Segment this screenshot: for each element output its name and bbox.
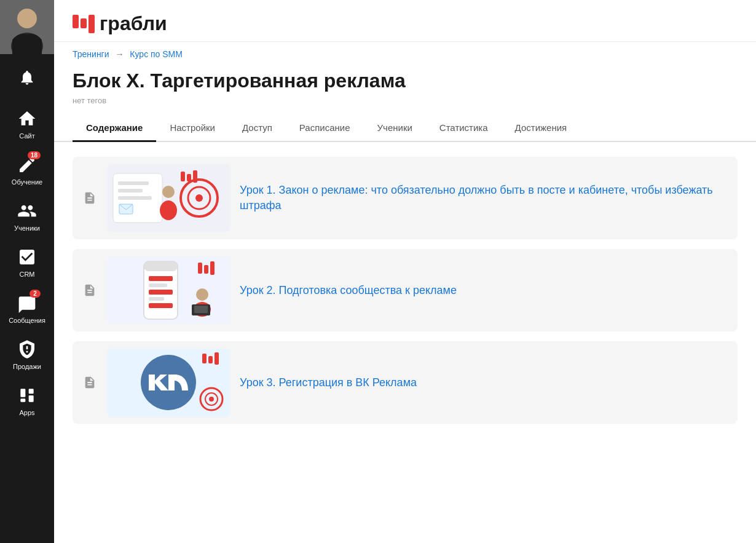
svg-rect-35 [194, 306, 208, 313]
lessons-list: Урок 1. Закон о рекламе: что обязательно… [54, 142, 756, 438]
students-icon [16, 200, 38, 222]
sidebar-item-students[interactable]: Ученики [0, 192, 54, 239]
lesson-thumbnail-2 [107, 256, 230, 324]
lesson-title-2[interactable]: Урок 2. Подготовка сообщества к рекламе [240, 284, 457, 296]
svg-point-19 [160, 200, 177, 220]
sidebar: Сайт 18 Обучение Ученики CRM [0, 0, 54, 543]
breadcrumb-course[interactable]: Курс по SMM [130, 49, 183, 59]
svg-rect-29 [198, 263, 202, 274]
sidebar-item-messages[interactable]: 2 Сообщения [0, 285, 54, 331]
lesson-card-1: Урок 1. Закон о рекламе: что обязательно… [73, 157, 738, 239]
tab-students[interactable]: Ученики [364, 115, 426, 142]
lesson-doc-icon-3 [82, 376, 97, 389]
lesson-title-1[interactable]: Урок 1. Закон о рекламе: что обязательно… [240, 184, 713, 212]
svg-rect-10 [118, 189, 143, 192]
svg-rect-3 [20, 389, 25, 397]
lesson-doc-icon-1 [82, 191, 97, 205]
svg-rect-31 [210, 261, 215, 275]
sidebar-item-crm[interactable]: CRM [0, 239, 54, 285]
sidebar-item-learning[interactable]: 18 Обучение [0, 146, 54, 192]
tab-access[interactable]: Доступ [229, 115, 286, 142]
svg-rect-40 [215, 352, 219, 365]
svg-rect-28 [149, 303, 173, 308]
sidebar-item-messages-label: Сообщения [9, 317, 45, 324]
lesson-info-3: Урок 3. Регистрация в ВК Реклама [240, 375, 728, 390]
tab-settings[interactable]: Настройки [156, 115, 229, 142]
svg-rect-17 [193, 170, 197, 183]
svg-rect-11 [118, 196, 152, 200]
lesson-doc-icon-2 [82, 283, 97, 297]
tabs-bar: Содержание Настройки Доступ Расписание У… [54, 115, 756, 142]
page-title: Блок X. Таргетированная реклама [73, 69, 738, 92]
breadcrumb-trainings[interactable]: Тренинги [73, 49, 109, 59]
tab-statistics[interactable]: Статистика [426, 115, 502, 142]
logo: грабли [73, 12, 167, 35]
main-content: грабли Тренинги → Курс по SMM Блок X. Та… [54, 0, 756, 543]
page-title-area: Блок X. Таргетированная реклама нет тего… [54, 59, 756, 105]
crm-icon [16, 246, 38, 268]
lesson-info-2: Урок 2. Подготовка сообщества к рекламе [240, 283, 728, 298]
lesson-title-3[interactable]: Урок 3. Регистрация в ВК Реклама [240, 376, 417, 389]
sidebar-item-site-label: Сайт [19, 132, 34, 140]
breadcrumb-separator: → [115, 49, 124, 59]
sidebar-item-sales[interactable]: Продажи [0, 331, 54, 377]
tab-schedule[interactable]: Расписание [286, 115, 364, 142]
svg-rect-9 [118, 181, 149, 185]
home-icon [16, 108, 38, 130]
svg-rect-26 [149, 290, 173, 295]
messages-icon: 2 [16, 292, 38, 314]
learning-badge: 18 [28, 151, 41, 159]
svg-point-14 [195, 194, 203, 202]
lesson-info-1: Урок 1. Закон о рекламе: что обязательно… [240, 183, 728, 213]
svg-rect-25 [149, 283, 167, 287]
lesson-card-3: Урок 3. Регистрация в ВК Реклама [73, 341, 738, 424]
svg-rect-39 [208, 356, 213, 363]
breadcrumb: Тренинги → Курс по SMM [54, 42, 756, 59]
svg-rect-15 [181, 172, 185, 181]
avatar[interactable] [0, 0, 54, 54]
logo-text: грабли [100, 12, 167, 35]
sidebar-item-learning-label: Обучение [12, 178, 42, 186]
sidebar-item-sales-label: Продажи [13, 363, 41, 370]
svg-rect-30 [204, 265, 208, 274]
sidebar-item-crm-label: CRM [19, 271, 34, 278]
svg-point-32 [196, 288, 208, 301]
svg-rect-16 [187, 174, 191, 181]
svg-rect-38 [202, 354, 207, 363]
header: грабли [54, 0, 756, 42]
svg-point-43 [209, 397, 214, 402]
tab-achievements[interactable]: Достижения [502, 115, 581, 142]
svg-rect-24 [149, 276, 173, 281]
page-tags: нет тегов [73, 96, 738, 105]
sidebar-item-notification[interactable] [0, 54, 54, 100]
svg-rect-6 [29, 395, 34, 402]
lesson-thumbnail-3 [107, 349, 230, 416]
learning-icon: 18 [16, 154, 38, 176]
notification-icon [16, 66, 38, 89]
svg-rect-5 [20, 398, 25, 402]
sidebar-item-apps[interactable]: Apps [0, 377, 54, 423]
tab-content[interactable]: Содержание [73, 115, 156, 142]
messages-badge: 2 [30, 290, 41, 298]
svg-point-1 [17, 9, 37, 28]
lesson-thumbnail-1 [107, 164, 230, 232]
svg-rect-4 [29, 389, 34, 394]
svg-point-18 [162, 186, 175, 198]
svg-rect-27 [149, 297, 164, 301]
sales-icon [16, 338, 38, 360]
sidebar-item-students-label: Ученики [14, 224, 40, 232]
apps-icon [16, 384, 38, 406]
lesson-card-2: Урок 2. Подготовка сообщества к рекламе [73, 249, 738, 331]
sidebar-item-apps-label: Apps [19, 409, 34, 416]
logo-icon [73, 15, 95, 33]
svg-rect-23 [144, 261, 178, 271]
sidebar-item-site[interactable]: Сайт [0, 100, 54, 146]
